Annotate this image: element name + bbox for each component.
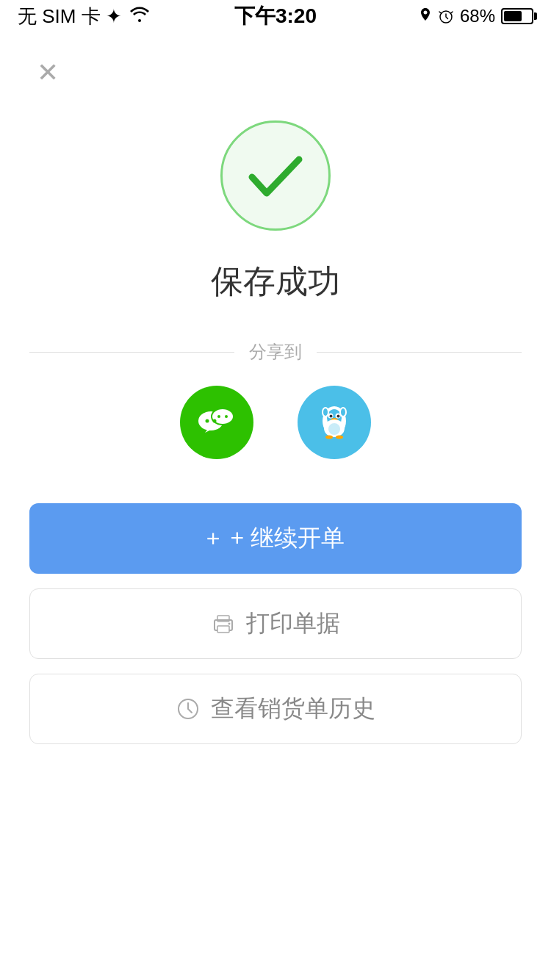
- divider-right: [317, 352, 522, 353]
- print-label: 打印单据: [246, 608, 340, 640]
- status-bar: 无 SIM 卡 ✦ 下午3:20 68%: [0, 0, 551, 32]
- actions-container: + + 继续开单 打印单据 查看销货单历史: [29, 503, 522, 744]
- svg-point-16: [328, 423, 340, 435]
- svg-point-21: [323, 408, 328, 416]
- battery-icon: [501, 8, 533, 24]
- svg-rect-24: [217, 626, 229, 633]
- continue-order-label: + 继续开单: [231, 522, 345, 555]
- close-button-row: ✕: [29, 32, 522, 98]
- qq-icon: [312, 400, 356, 444]
- checkmark-icon: [246, 152, 305, 199]
- share-section: 分享到: [29, 340, 522, 459]
- svg-point-26: [228, 623, 231, 625]
- share-qq-button[interactable]: [298, 386, 371, 459]
- main-content: ✕ 保存成功 分享到: [0, 32, 551, 980]
- alarm-icon: [438, 8, 454, 24]
- close-icon: ✕: [37, 60, 59, 86]
- clock-icon: [176, 696, 201, 721]
- success-title: 保存成功: [211, 260, 340, 303]
- close-button[interactable]: ✕: [29, 54, 66, 91]
- svg-point-4: [206, 419, 209, 423]
- share-divider-row: 分享到: [29, 340, 522, 364]
- continue-order-button[interactable]: + + 继续开单: [29, 503, 522, 574]
- svg-point-13: [337, 415, 340, 418]
- battery-percent: 68%: [460, 6, 495, 26]
- status-right: 68%: [419, 6, 533, 26]
- sim-label: 无 SIM 卡 ✦: [18, 4, 122, 29]
- svg-point-12: [330, 415, 333, 418]
- svg-point-6: [217, 415, 220, 418]
- share-wechat-button[interactable]: [180, 386, 253, 459]
- share-icons-row: [180, 386, 371, 459]
- svg-point-7: [225, 415, 228, 418]
- history-button[interactable]: 查看销货单历史: [29, 674, 522, 744]
- print-button[interactable]: 打印单据: [29, 588, 522, 659]
- wechat-icon: [195, 400, 239, 444]
- plus-icon: +: [206, 525, 220, 552]
- wifi-icon: [129, 6, 150, 26]
- location-icon: [419, 8, 432, 24]
- share-label: 分享到: [249, 340, 302, 364]
- status-left: 无 SIM 卡 ✦: [18, 4, 150, 29]
- history-label: 查看销货单历史: [211, 693, 375, 725]
- printer-icon: [211, 611, 236, 636]
- svg-point-22: [341, 408, 345, 416]
- svg-point-17: [325, 436, 333, 439]
- divider-left: [29, 352, 234, 353]
- status-time: 下午3:20: [234, 2, 317, 30]
- svg-point-5: [213, 419, 217, 423]
- svg-point-18: [336, 436, 343, 439]
- success-circle: [220, 120, 331, 231]
